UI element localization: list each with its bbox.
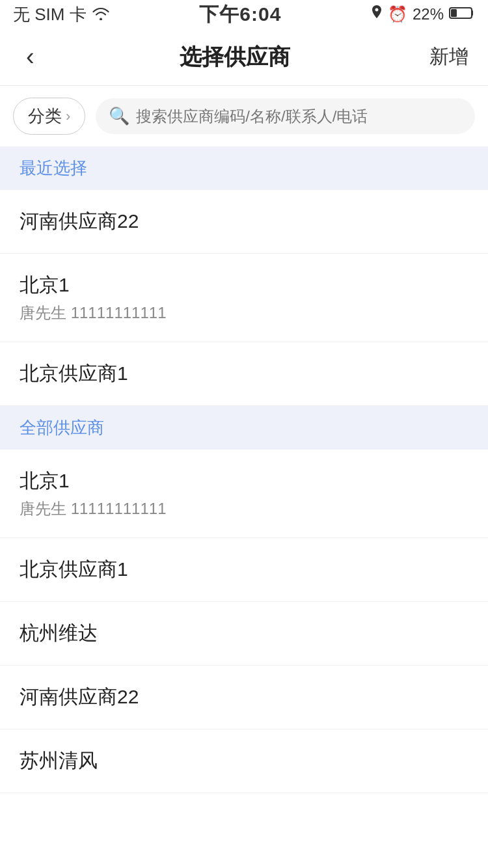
sim-status: 无 SIM 卡: [13, 3, 87, 26]
list-item[interactable]: 杭州维达: [0, 602, 488, 666]
back-button[interactable]: ‹: [20, 36, 41, 77]
list-item[interactable]: 北京1唐先生 11111111111: [0, 254, 488, 342]
search-icon: 🔍: [109, 106, 129, 126]
status-right: ⏰ 22%: [371, 5, 475, 23]
list-item-name: 北京1: [20, 468, 468, 495]
list-item-name: 北京1: [20, 272, 468, 299]
recent-section-label: 最近选择: [20, 158, 87, 178]
chevron-right-icon: ›: [66, 108, 70, 125]
location-icon: [371, 5, 383, 23]
status-time: 下午6:04: [199, 1, 281, 28]
search-bar: 分类 › 🔍: [0, 86, 488, 146]
list-item[interactable]: 苏州清风: [0, 729, 488, 793]
list-item-name: 北京供应商1: [20, 556, 468, 583]
search-input-wrap[interactable]: 🔍: [96, 98, 475, 134]
alarm-icon: ⏰: [388, 5, 407, 23]
recent-items-list: 河南供应商22北京1唐先生 11111111111北京供应商1: [0, 190, 488, 406]
all-items-list: 北京1唐先生 11111111111北京供应商1杭州维达河南供应商22苏州清风: [0, 450, 488, 793]
status-left: 无 SIM 卡: [13, 3, 110, 26]
list-item-name: 苏州清风: [20, 748, 468, 774]
svg-rect-1: [451, 9, 457, 17]
battery-icon: [449, 5, 475, 23]
recent-section-header: 最近选择: [0, 146, 488, 190]
search-input[interactable]: [136, 107, 462, 126]
list-item-name: 北京供应商1: [20, 360, 468, 387]
all-section-label: 全部供应商: [20, 418, 104, 437]
list-item-name: 河南供应商22: [20, 208, 468, 235]
list-item[interactable]: 北京供应商1: [0, 342, 488, 406]
list-item-sub: 唐先生 11111111111: [20, 498, 468, 519]
category-button[interactable]: 分类 ›: [13, 98, 85, 135]
all-section-header: 全部供应商: [0, 406, 488, 450]
list-item-name: 河南供应商22: [20, 684, 468, 711]
list-item[interactable]: 河南供应商22: [0, 190, 488, 254]
nav-bar: ‹ 选择供应商 新增: [0, 29, 488, 86]
list-item-sub: 唐先生 11111111111: [20, 303, 468, 323]
page-title: 选择供应商: [180, 42, 290, 72]
battery-text: 22%: [413, 5, 444, 23]
list-item-name: 杭州维达: [20, 620, 468, 647]
category-label: 分类: [28, 105, 62, 128]
list-item[interactable]: 北京1唐先生 11111111111: [0, 450, 488, 538]
wifi-icon: [92, 5, 110, 25]
status-bar: 无 SIM 卡 下午6:04 ⏰ 22%: [0, 0, 488, 29]
list-item[interactable]: 北京供应商1: [0, 538, 488, 602]
new-button[interactable]: 新增: [429, 44, 468, 70]
list-item[interactable]: 河南供应商22: [0, 666, 488, 729]
